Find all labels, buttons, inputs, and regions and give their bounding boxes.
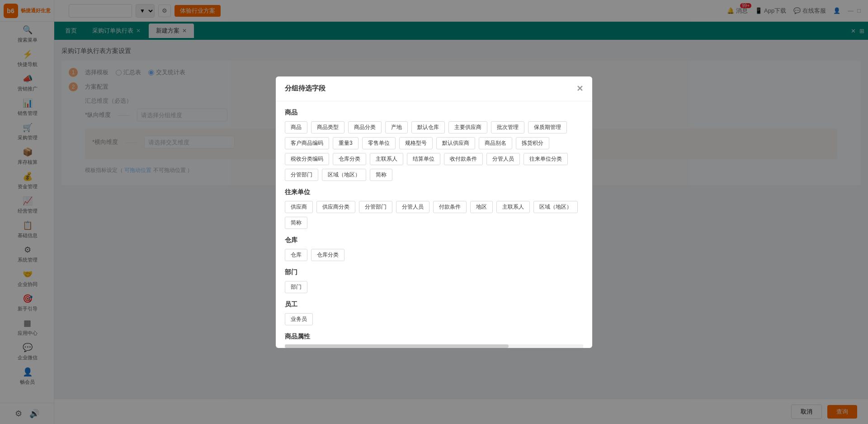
field-tag-规格型号[interactable]: 规格型号 — [399, 137, 433, 149]
field-list-employee: 业务员 — [285, 313, 583, 325]
field-tag-简称[interactable]: 简称 — [370, 169, 392, 181]
field-tag-零售单位[interactable]: 零售单位 — [362, 137, 396, 149]
field-tag-主联系人[interactable]: 主联系人 — [496, 201, 530, 213]
field-tag-主联系人[interactable]: 主联系人 — [370, 153, 403, 165]
modal-body[interactable]: 商品商品商品类型商品分类产地默认仓库主要供应商批次管理保质期管理客户商品编码重量… — [276, 101, 592, 344]
modal-title: 分组待选字段 — [285, 84, 326, 93]
field-tag-商品[interactable]: 商品 — [285, 121, 307, 133]
field-tag-分管人员[interactable]: 分管人员 — [396, 201, 429, 213]
section-title-department: 部门 — [285, 268, 583, 276]
field-tag-默认仓库[interactable]: 默认仓库 — [411, 121, 445, 133]
field-tag-批次管理[interactable]: 批次管理 — [491, 121, 524, 133]
field-tag-仓库分类[interactable]: 仓库分类 — [333, 153, 366, 165]
field-list-department: 部门 — [285, 281, 583, 293]
field-tag-保质期管理[interactable]: 保质期管理 — [528, 121, 567, 133]
field-tag-简称[interactable]: 简称 — [285, 217, 307, 229]
field-list-partner: 供应商供应商分类分管部门分管人员付款条件地区主联系人区域（地区）简称 — [285, 201, 583, 229]
field-tag-商品类型[interactable]: 商品类型 — [311, 121, 344, 133]
field-tag-商品分类[interactable]: 商品分类 — [348, 121, 382, 133]
field-tag-区域（地区）[interactable]: 区域（地区） — [533, 201, 578, 213]
modal-close-button[interactable]: ✕ — [576, 84, 583, 94]
field-tag-结算单位[interactable]: 结算单位 — [407, 153, 440, 165]
section-title-employee: 员工 — [285, 300, 583, 309]
field-list-goods: 商品商品类型商品分类产地默认仓库主要供应商批次管理保质期管理客户商品编码重量3零… — [285, 121, 583, 181]
field-list-warehouse: 仓库仓库分类 — [285, 249, 583, 261]
field-tag-税收分类编码[interactable]: 税收分类编码 — [285, 153, 329, 165]
section-title-warehouse: 仓库 — [285, 236, 583, 244]
field-tag-拣货积分[interactable]: 拣货积分 — [516, 137, 549, 149]
field-tag-客户商品编码[interactable]: 客户商品编码 — [285, 137, 329, 149]
section-title-goods: 商品 — [285, 109, 583, 117]
field-tag-默认供应商[interactable]: 默认供应商 — [436, 137, 475, 149]
field-tag-部门[interactable]: 部门 — [285, 281, 307, 293]
field-tag-分管部门[interactable]: 分管部门 — [359, 201, 392, 213]
field-tag-主要供应商[interactable]: 主要供应商 — [448, 121, 487, 133]
field-tag-产地[interactable]: 产地 — [385, 121, 408, 133]
field-tag-付款条件[interactable]: 付款条件 — [433, 201, 467, 213]
field-tag-地区[interactable]: 地区 — [470, 201, 493, 213]
field-tag-分管人员[interactable]: 分管人员 — [486, 153, 520, 165]
field-tag-区域（地区）[interactable]: 区域（地区） — [322, 169, 366, 181]
field-tag-仓库分类[interactable]: 仓库分类 — [311, 249, 344, 261]
section-title-product_attr: 商品属性 — [285, 333, 583, 341]
field-tag-往来单位分类[interactable]: 往来单位分类 — [524, 153, 568, 165]
field-tag-重量3[interactable]: 重量3 — [333, 137, 359, 149]
field-tag-分管部门[interactable]: 分管部门 — [285, 169, 318, 181]
field-tag-商品别名[interactable]: 商品别名 — [479, 137, 512, 149]
modal: 分组待选字段 ✕ 商品商品商品类型商品分类产地默认仓库主要供应商批次管理保质期管… — [276, 76, 592, 348]
modal-header: 分组待选字段 ✕ — [276, 76, 592, 101]
field-tag-收付款条件[interactable]: 收付款条件 — [444, 153, 483, 165]
field-tag-供应商[interactable]: 供应商 — [285, 201, 313, 213]
modal-overlay: 分组待选字段 ✕ 商品商品商品类型商品分类产地默认仓库主要供应商批次管理保质期管… — [0, 0, 868, 424]
field-tag-业务员[interactable]: 业务员 — [285, 313, 313, 325]
field-tag-仓库[interactable]: 仓库 — [285, 249, 307, 261]
section-title-partner: 往来单位 — [285, 188, 583, 196]
field-tag-供应商分类[interactable]: 供应商分类 — [316, 201, 355, 213]
